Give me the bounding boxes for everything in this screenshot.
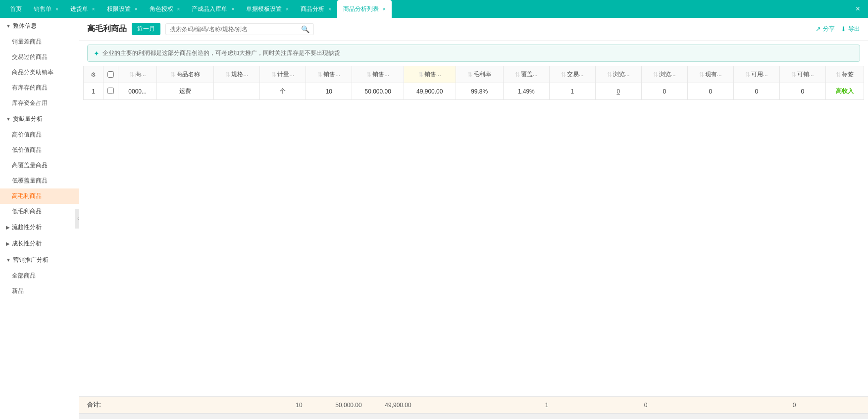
sidebar-item-in-stock[interactable]: 有库存的商品 <box>0 80 79 95</box>
th-saleable-sort: ⇅ <box>791 71 796 78</box>
th-margin[interactable]: ⇅ 毛利率 <box>456 66 503 83</box>
cell-browse1[interactable]: 0 <box>595 83 641 100</box>
browse1-link[interactable]: 0 <box>616 88 620 95</box>
sidebar-item-traded[interactable]: 交易过的商品 <box>0 49 79 65</box>
th-saleable[interactable]: ⇅ 可销... <box>779 66 825 83</box>
search-box: 🔍 <box>165 23 314 35</box>
nav-item-role[interactable]: 角色授权 × <box>144 0 186 18</box>
sidebar-item-high-value[interactable]: 高价值商品 <box>0 127 79 142</box>
th-browse1[interactable]: ⇅ 浏览... <box>595 66 641 83</box>
content-area: 高毛利商品 近一月 🔍 ↗ 分享 ⬇ 导出 ✦ 企业的主要的利润都是这部分商品创… <box>79 18 868 419</box>
table-row: 1 0000... 运费 个 10 50,000.00 49,900.00 99… <box>84 83 864 100</box>
sidebar-group-growth[interactable]: ▶ 成长性分析 <box>0 235 79 252</box>
cell-saleable: 0 <box>779 83 825 100</box>
th-tag[interactable]: ⇅ 标签 <box>825 66 864 83</box>
th-tag-sort: ⇅ <box>836 71 841 78</box>
sidebar-item-low-coverage[interactable]: 低覆盖量商品 <box>0 173 79 188</box>
arrow-marketing: ▼ <box>6 257 11 263</box>
sidebar-group-contribution[interactable]: ▼ 贡献量分析 <box>0 111 79 127</box>
nav-item-sales[interactable]: 销售单 × <box>28 0 64 18</box>
cell-code: 0000... <box>118 83 157 100</box>
nav-close-template[interactable]: × <box>286 6 289 12</box>
nav-close-analysis-list[interactable]: × <box>383 6 386 12</box>
th-spec-sort: ⇅ <box>225 71 230 78</box>
nav-close-purchase[interactable]: × <box>92 6 95 12</box>
th-available[interactable]: ⇅ 可用... <box>733 66 779 83</box>
th-seq: ⚙ <box>84 66 103 83</box>
th-browse2-sort: ⇅ <box>653 71 658 78</box>
search-input[interactable] <box>170 26 298 33</box>
cell-name: 运费 <box>157 83 214 100</box>
sidebar-item-category-rate[interactable]: 商品分类助销率 <box>0 65 79 80</box>
nav-item-analysis-list[interactable]: 商品分析列表 × <box>337 0 392 18</box>
sidebar-collapse-button[interactable]: « <box>75 209 79 229</box>
th-sale1[interactable]: ⇅ 销售... <box>306 66 352 83</box>
th-available-sort: ⇅ <box>745 71 750 78</box>
sidebar-item-new-goods[interactable]: 新品 <box>0 283 79 299</box>
footer-sale2: 50,000.00 <box>329 402 368 409</box>
nav-item-template[interactable]: 单据模板设置 × <box>240 0 295 18</box>
sidebar-group-label-trend: 流趋性分析 <box>12 223 42 232</box>
nav-label-template: 单据模板设置 <box>246 5 282 13</box>
th-cover[interactable]: ⇅ 覆盖... <box>503 66 549 83</box>
sidebar-item-low-value[interactable]: 低价值商品 <box>0 142 79 158</box>
sidebar-group-trend[interactable]: ▶ 流趋性分析 <box>0 219 79 235</box>
filter-recent-month[interactable]: 近一月 <box>132 23 160 35</box>
nav-label-analysis: 商品分析 <box>301 5 324 13</box>
th-sale2[interactable]: ⇅ 销售... <box>352 66 404 83</box>
th-current[interactable]: ⇅ 现有... <box>687 66 733 83</box>
sidebar-group-overview[interactable]: ▼ 整体信息 <box>0 18 79 34</box>
nav-label-sales: 销售单 <box>34 5 51 13</box>
th-sale2-sort: ⇅ <box>366 71 371 78</box>
sidebar-item-low-margin[interactable]: 低毛利商品 <box>0 204 79 219</box>
footer-label: 合计: <box>87 401 101 409</box>
sidebar: ▼ 整体信息 销量差商品 交易过的商品 商品分类助销率 有库存的商品 库存资金占… <box>0 18 79 419</box>
cell-cover: 1.49% <box>503 83 549 100</box>
arrow-trend: ▶ <box>6 225 10 230</box>
nav-close-permission[interactable]: × <box>135 6 138 12</box>
th-browse2[interactable]: ⇅ 浏览... <box>641 66 687 83</box>
row-checkbox[interactable] <box>107 88 114 94</box>
nav-item-analysis[interactable]: 商品分析 × <box>295 0 337 18</box>
th-margin-sort: ⇅ <box>467 71 472 78</box>
th-name[interactable]: ⇅ 商品名称 <box>157 66 214 83</box>
sidebar-item-low-sales[interactable]: 销量差商品 <box>0 34 79 49</box>
th-gear-icon[interactable]: ⚙ <box>91 71 96 78</box>
th-trade[interactable]: ⇅ 交易... <box>549 66 595 83</box>
content-header: 高毛利商品 近一月 🔍 ↗ 分享 ⬇ 导出 <box>79 18 868 41</box>
search-icon[interactable]: 🔍 <box>301 25 309 33</box>
th-code[interactable]: ⇅ 商... <box>118 66 157 83</box>
nav-close-role[interactable]: × <box>177 6 180 12</box>
cell-check[interactable] <box>103 83 118 100</box>
main-layout: ▼ 整体信息 销量差商品 交易过的商品 商品分类助销率 有库存的商品 库存资金占… <box>0 18 868 419</box>
nav-close-sales[interactable]: × <box>55 6 58 12</box>
table-container: ⚙ ⇅ 商... <box>79 66 868 396</box>
cell-margin: 99.8% <box>456 83 503 100</box>
close-all-tabs[interactable]: × <box>852 4 864 13</box>
arrow-contribution: ▼ <box>6 116 11 122</box>
th-sale3[interactable]: ⇅ 销售... <box>404 66 456 83</box>
th-spec[interactable]: ⇅ 规格... <box>214 66 260 83</box>
nav-item-permission[interactable]: 权限设置 × <box>101 0 144 18</box>
th-unit[interactable]: ⇅ 计量... <box>260 66 306 83</box>
nav-item-purchase[interactable]: 进货单 × <box>64 0 101 18</box>
nav-item-inbound[interactable]: 产成品入库单 × <box>186 0 240 18</box>
sidebar-item-high-coverage[interactable]: 高覆盖量商品 <box>0 158 79 173</box>
select-all-checkbox[interactable] <box>107 71 114 78</box>
sidebar-item-high-margin[interactable]: 高毛利商品 <box>0 188 79 204</box>
nav-item-home[interactable]: 首页 <box>4 0 28 18</box>
share-button[interactable]: ↗ 分享 <box>816 25 835 33</box>
nav-close-inbound[interactable]: × <box>231 6 234 12</box>
share-label: 分享 <box>823 25 835 33</box>
sidebar-group-label-contribution: 贡献量分析 <box>13 115 43 123</box>
sidebar-group-marketing[interactable]: ▼ 营销推广分析 <box>0 252 79 268</box>
nav-label-permission: 权限设置 <box>107 5 131 13</box>
th-check <box>103 66 118 83</box>
sidebar-group-label-growth: 成长性分析 <box>12 239 42 248</box>
nav-close-analysis[interactable]: × <box>328 6 331 12</box>
sidebar-item-stock-fund[interactable]: 库存资金占用 <box>0 95 79 111</box>
sidebar-item-all-goods[interactable]: 全部商品 <box>0 268 79 283</box>
horizontal-scrollbar[interactable] <box>79 413 868 419</box>
tag-badge: 高收入 <box>836 88 854 94</box>
export-button[interactable]: ⬇ 导出 <box>841 25 860 33</box>
